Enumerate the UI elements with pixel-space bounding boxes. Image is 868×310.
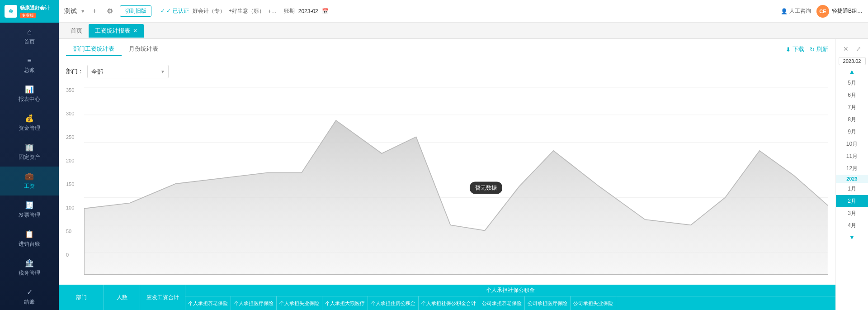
settings-button[interactable]: ⚙ (104, 6, 115, 17)
th-personal-pension: 个人承担养老保险 (185, 296, 231, 310)
funds-icon: 💰 (25, 114, 34, 123)
topbar: 测试 ▾ ＋ ⚙ 切到旧版 ✓ ✓ 已认证 好会计（专） +好生意（标） +… … (59, 0, 868, 23)
cal-month-2023-2[interactable]: 2月 (836, 195, 868, 207)
more-status: +… (268, 8, 277, 14)
th-company-unemployment: 公司承担失业保险 (571, 296, 616, 310)
logo-icon: 会 (5, 5, 17, 18)
assets-icon: 🏢 (25, 143, 34, 152)
dept-filter-wrap: 全部 (87, 65, 169, 78)
sidebar-label-assets: 固定资产 (19, 153, 40, 161)
topbar-title: 测试 (64, 7, 77, 15)
sidebar-label-settle: 结账 (24, 298, 35, 306)
cal-month-7[interactable]: 7月 (836, 101, 868, 114)
sidebar-item-assets[interactable]: 🏢 固定资产 (0, 138, 59, 167)
cal-year-2023-label: 2023 (836, 175, 868, 183)
th-personal-unemployment: 个人承担失业保险 (277, 296, 322, 310)
tabbar: 首页 工资统计报表 ✕ (59, 23, 868, 39)
filter-row: 部门： 全部 (59, 60, 835, 83)
calendar-sidebar: ✕ ⤢ 2023.02 ▲ 5月 6月 7月 8月 9月 10月 11月 12月… (835, 39, 868, 310)
chart-area: 350 300 250 200 150 100 50 0 (59, 83, 835, 285)
dept-filter-select[interactable]: 全部 (87, 65, 169, 78)
cal-nav-down: ▼ (836, 234, 868, 241)
calendar-icon[interactable]: 📅 (322, 8, 329, 14)
sidebar-label-tax: 税务管理 (19, 269, 40, 277)
topbar-status: ✓ ✓ 已认证 好会计（专） +好生意（标） +… 账期 2023-02 📅 (160, 7, 329, 15)
switch-old-button[interactable]: 切到旧版 (120, 5, 151, 17)
chart-svg (84, 87, 828, 280)
invoice-icon: 🧾 (25, 201, 34, 210)
sidebar-label-invoice: 发票管理 (19, 211, 40, 219)
sidebar-item-settle[interactable]: ✓ 结账 (0, 282, 59, 310)
sales-icon: 📋 (25, 230, 34, 238)
sidebar-label-salary: 工资 (24, 182, 35, 190)
sidebar-nav: ⌂ 首页 ≡ 总账 📊 报表中心 💰 资金管理 🏢 固定资产 💼 工资 🧾 发票… (0, 23, 59, 310)
expand-panel-button[interactable]: ⤢ (853, 43, 864, 54)
good-accounting-status: 好会计（专） (193, 7, 225, 15)
current-date-display: 2023.02 (839, 57, 866, 65)
cal-month-10[interactable]: 10月 (836, 138, 868, 150)
sidebar-label-general: 总账 (24, 67, 35, 74)
cal-month-8[interactable]: 8月 (836, 114, 868, 126)
sidebar-label-home: 首页 (24, 38, 35, 46)
sidebar-item-sales[interactable]: 📋 进销台账 (0, 224, 59, 253)
tab-close-button[interactable]: ✕ (133, 28, 137, 34)
sidebar-item-home[interactable]: ⌂ 首页 (0, 23, 59, 51)
salary-icon: 💼 (25, 172, 34, 181)
th-personal-medical: 个人承担医疗保险 (231, 296, 277, 310)
th-count: 人数 (104, 285, 140, 310)
sidebar-item-reports[interactable]: 📊 报表中心 (0, 80, 59, 109)
cal-month-12[interactable]: 12月 (836, 162, 868, 175)
cal-month-6[interactable]: 6月 (836, 89, 868, 101)
tab-salary-report[interactable]: 工资统计报表 ✕ (89, 24, 144, 38)
y-axis: 350 300 250 200 150 100 50 0 (66, 87, 74, 258)
cal-month-2023-1[interactable]: 1月 (836, 183, 868, 195)
th-group-cols: 个人承担养老保险 个人承担医疗保险 个人承担失业保险 个人承担大额医疗 个人承担… (185, 296, 835, 310)
cal-up-button[interactable]: ▲ (849, 68, 855, 75)
user-area: CE 轻捷通B组… (816, 5, 863, 18)
reports-icon: 📊 (25, 85, 34, 94)
cal-month-5[interactable]: 5月 (836, 77, 868, 89)
main-area: 测试 ▾ ＋ ⚙ 切到旧版 ✓ ✓ 已认证 好会计（专） +好生意（标） +… … (59, 0, 868, 310)
sidebar-item-general[interactable]: ≡ 总账 (0, 51, 59, 80)
sidebar-logo: 会 畅康通好会计 专业版 (0, 0, 59, 23)
user-avatar: CE (816, 5, 829, 18)
th-dept: 部门 (59, 285, 104, 310)
cal-nav-up: ▲ (836, 68, 868, 75)
general-icon: ≡ (27, 57, 31, 65)
panel-controls: ✕ ⤢ (839, 42, 866, 56)
content-area: 部门工资统计表 月份统计表 ⬇ 下载 ↻ 刷新 (59, 39, 868, 310)
sidebar-item-salary[interactable]: 💼 工资 (0, 167, 59, 196)
download-icon: ⬇ (786, 46, 791, 53)
close-panel-button[interactable]: ✕ (840, 43, 851, 54)
sub-tab-month[interactable]: 月份统计表 (122, 43, 165, 56)
th-personal-major-medical: 个人承担大额医疗 (322, 296, 368, 310)
sidebar-item-tax[interactable]: 🏦 税务管理 (0, 253, 59, 282)
download-button[interactable]: ⬇ 下载 (786, 45, 804, 53)
cal-month-2023-3[interactable]: 3月 (836, 207, 868, 219)
sidebar-label-funds: 资金管理 (19, 124, 40, 132)
cal-down-button[interactable]: ▼ (849, 234, 855, 241)
cal-month-11[interactable]: 11月 (836, 150, 868, 162)
topbar-right: 👤 人工咨询 CE 轻捷通B组… (781, 5, 863, 18)
th-group-personal: 个人承担社保公积金 个人承担养老保险 个人承担医疗保险 个人承担失业保险 个人承… (185, 285, 835, 310)
th-group-label: 个人承担社保公积金 (185, 285, 835, 296)
sub-actions: ⬇ 下载 ↻ 刷新 (786, 45, 828, 53)
sub-tab-dept[interactable]: 部门工资统计表 (66, 43, 122, 56)
th-personal-total: 个人承担社保公积金合计 (419, 296, 479, 310)
tax-icon: 🏦 (25, 259, 34, 267)
settle-icon: ✓ (27, 288, 33, 296)
sidebar-item-funds[interactable]: 💰 资金管理 (0, 109, 59, 138)
home-icon: ⌂ (27, 28, 32, 36)
table-header: 部门 人数 应发工资合计 个人承担社保公积金 个人承担养老保险 个人承担医疗保险 (59, 285, 835, 310)
tab-home[interactable]: 首页 (64, 24, 89, 38)
support-icon: 👤 (781, 8, 788, 14)
refresh-button[interactable]: ↻ 刷新 (810, 45, 828, 53)
sub-tab-list: 部门工资统计表 月份统计表 (66, 43, 165, 56)
topbar-arrow: ▾ (81, 8, 85, 14)
period-value: 2023-02 (298, 8, 318, 14)
add-button[interactable]: ＋ (89, 6, 100, 17)
cal-month-2023-4[interactable]: 4月 (836, 219, 868, 232)
cal-month-9[interactable]: 9月 (836, 126, 868, 138)
support-button[interactable]: 👤 人工咨询 (781, 7, 811, 15)
sidebar-item-invoice[interactable]: 🧾 发票管理 (0, 196, 59, 224)
